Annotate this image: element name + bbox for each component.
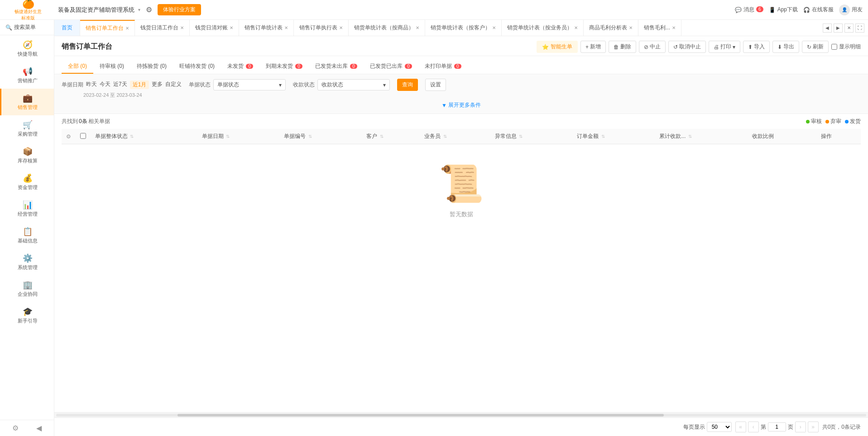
system-dropdown-icon[interactable]: ▾ [138,7,140,12]
sidebar-item-finance[interactable]: 💰 资金管理 [0,169,54,195]
trial-button[interactable]: 体验行业方案 [158,4,201,15]
smart-generate-button[interactable]: ⭐ 智能生单 [537,41,578,53]
filter-tab-pending-review[interactable]: 待审核 (0) [93,60,130,74]
date-option-yesterday[interactable]: 昨天 [86,81,97,89]
sidebar-item-inventory[interactable]: 📦 库存核算 [0,142,54,169]
cancel-review-bulk-button[interactable]: 弃审 [825,118,841,125]
horizontal-scrollbar[interactable] [54,412,868,417]
col-status[interactable]: 单据整体状态 ⇅ [91,129,197,144]
sidebar-search[interactable]: 🔍 搜索菜单 [0,20,54,35]
page-last-btn[interactable]: » [808,422,819,432]
tab-cash-reconcile[interactable]: 钱货日清对账 ✕ [190,20,239,36]
date-option-custom[interactable]: 自定义 [165,81,182,89]
query-button[interactable]: 查询 [397,79,418,91]
filter-tab-pending-inspect[interactable]: 待拣验货 (0) [130,60,173,74]
filter-tab-not-printed[interactable]: 未打印单据 0 [418,60,468,74]
filter-tab-all[interactable]: 全部 (0) [62,60,93,74]
tab-next-btn[interactable]: ▶ [834,24,843,33]
tab-sales-customer-stat-close[interactable]: ✕ [492,25,496,30]
print-button[interactable]: 🖨 打印 ▾ [709,41,740,53]
settings-bottom-icon[interactable]: ⚙ [12,424,19,432]
stop-button[interactable]: ⊘ 中止 [639,41,666,53]
col-customer[interactable]: 客户 ⇅ [362,129,420,144]
refresh-icon: ↻ [807,44,811,50]
col-error[interactable]: 异常信息 ⇅ [490,129,573,144]
sidebar-item-basic-info[interactable]: 📋 基础信息 [0,222,54,249]
filter-tab-wangpu[interactable]: 旺铺待发货 (0) [173,60,221,74]
date-option-today[interactable]: 今天 [100,81,110,89]
tab-close-all-btn[interactable]: ✕ [844,24,854,33]
sidebar-item-system[interactable]: ⚙️ 系统管理 [0,249,54,275]
tab-sales-product-stat-close[interactable]: ✕ [416,25,419,30]
tab-cash-daily-close[interactable]: ✕ [180,25,184,30]
page-size-dropdown[interactable]: 10 20 50 100 [707,422,732,432]
sidebar-item-quick-nav[interactable]: 🧭 快捷导航 [0,35,54,62]
refresh-button[interactable]: ↻ 刷新 [802,41,829,53]
page-input[interactable] [768,422,786,431]
col-settings[interactable]: ⚙ [62,129,76,144]
delete-button[interactable]: 🗑 删除 [609,41,636,53]
tab-sales-stat-close[interactable]: ✕ [284,25,288,30]
tab-cash-daily[interactable]: 钱货日清工作台 ✕ [135,20,190,36]
page-first-btn[interactable]: « [735,422,746,432]
review-bulk-button[interactable]: 审核 [806,118,822,125]
message-action[interactable]: 💬 消息 6 [735,6,763,14]
tab-sales-workbench[interactable]: 销售订单工作台 ✕ [80,20,135,36]
add-button[interactable]: + 新增 [580,41,606,53]
tab-sales-more-close[interactable]: ✕ [672,25,676,30]
tab-sales-workbench-close[interactable]: ✕ [125,26,129,31]
col-date[interactable]: 单据日期 ⇅ [197,129,280,144]
tab-sales-exec-close[interactable]: ✕ [339,25,343,30]
user-action[interactable]: 👤 用友 [839,5,863,15]
filter-tab-shipped-not-stored[interactable]: 已发货未出库 0 [309,60,364,74]
date-option-1month[interactable]: 近1月 [130,81,149,89]
sidebar-item-sales[interactable]: 💼 销售管理 [0,89,54,115]
col-amount[interactable]: 订单金额 ⇅ [572,129,655,144]
page-prev-btn[interactable]: ‹ [748,422,759,432]
tab-sales-staff-stat[interactable]: 销货单统计表（按业务员） ✕ [502,20,584,36]
status-dropdown-icon: ▾ [279,82,282,88]
scroll-thumb[interactable] [177,414,663,417]
tab-sales-stat[interactable]: 销售订单统计表 ✕ [239,20,294,36]
app-download-action[interactable]: 📱 App下载 [769,6,798,14]
col-staff[interactable]: 业务员 ⇅ [420,129,490,144]
sidebar-item-marketing[interactable]: 📢 营销推广 [0,62,54,89]
filter-tab-expired[interactable]: 到期未发货 0 [259,60,309,74]
settings-search-button[interactable]: 设置 [425,79,446,91]
expand-conditions-button[interactable]: ▼ 展开更多条件 [441,101,481,109]
payment-select[interactable]: 收款状态 ▾ [317,79,390,90]
cancel-stop-button[interactable]: ↺ 取消中止 [668,41,706,53]
status-select[interactable]: 单据状态 ▾ [213,79,286,90]
tab-product-profit-close[interactable]: ✕ [629,25,633,30]
filter-tab-shipped-stored[interactable]: 已发货已出库 0 [364,60,418,74]
tab-cash-reconcile-close[interactable]: ✕ [230,25,233,30]
tab-sales-exec[interactable]: 销售订单执行表 ✕ [294,20,349,36]
sidebar-item-enterprise[interactable]: 🏢 企业协同 [0,275,54,302]
col-collected[interactable]: 累计收款... ⇅ [655,129,747,144]
tab-product-profit[interactable]: 商品毛利分析表 ✕ [584,20,638,36]
select-all-checkbox[interactable] [80,133,86,139]
tab-sales-customer-stat[interactable]: 销货单统计表（按客户） ✕ [425,20,502,36]
online-service-action[interactable]: 🎧 在线客服 [803,6,834,14]
tab-prev-btn[interactable]: ◀ [823,24,832,33]
tab-fullscreen-btn[interactable]: ⛶ [855,24,864,33]
collapse-icon[interactable]: ◀ [36,424,42,432]
sidebar-item-guide[interactable]: 🎓 新手引导 [0,302,54,329]
sidebar-item-purchase[interactable]: 🛒 采购管理 [0,115,54,142]
col-number[interactable]: 单据编号 ⇅ [279,129,362,144]
tab-sales-product-stat[interactable]: 销货单统计表（按商品） ✕ [349,20,425,36]
filter-tab-not-shipped[interactable]: 未发货 0 [221,60,259,74]
ship-bulk-button[interactable]: 发货 [845,118,861,125]
date-option-7days[interactable]: 近7天 [113,81,127,89]
tab-sales-more[interactable]: 销售毛利... ✕ [638,20,681,36]
page-next-btn[interactable]: › [795,422,806,432]
display-compact-checkbox[interactable] [831,44,837,50]
tab-sales-staff-stat-close[interactable]: ✕ [574,25,578,30]
date-option-more[interactable]: 更多 [152,81,163,89]
tab-home[interactable]: 首页 [54,20,80,36]
sidebar-item-operation[interactable]: 📊 经营管理 [0,195,54,222]
export-button[interactable]: ⬇ 导出 [772,41,799,53]
settings-icon[interactable]: ⚙ [146,5,152,14]
import-button[interactable]: ⬆ 导入 [743,41,770,53]
display-compact-toggle[interactable]: 显示明细 [831,43,861,51]
